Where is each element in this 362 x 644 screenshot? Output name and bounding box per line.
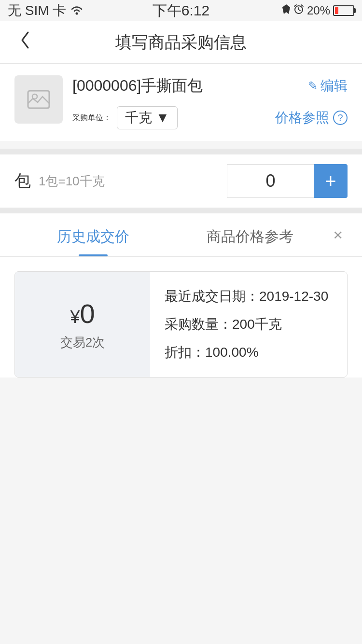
- discount-row: 折扣：100.00%: [165, 342, 333, 363]
- quantity-unit: 包: [14, 170, 31, 192]
- unit-label: 采购单位：: [72, 113, 111, 123]
- wifi-icon: [70, 3, 84, 18]
- price-left-panel: ¥0 交易2次: [15, 272, 150, 377]
- edit-icon: ✎: [308, 79, 318, 93]
- purchase-qty-value: 200千克: [232, 317, 282, 332]
- status-bar: 无 SIM 卡 下午6:12 20%: [0, 0, 362, 21]
- tab-history-price[interactable]: 历史成交价: [14, 213, 171, 256]
- quantity-controls: 0 +: [227, 164, 348, 198]
- trades-count: 交易2次: [60, 334, 105, 351]
- edit-label: 编辑: [320, 77, 348, 95]
- tab-history-label: 历史成交价: [57, 228, 129, 244]
- price-value: 0: [80, 298, 95, 329]
- recent-date-value: 2019-12-30: [259, 289, 328, 304]
- price-display: ¥0: [70, 298, 95, 329]
- price-card: ¥0 交易2次 最近成交日期：2019-12-30 采购数量：200千克 折扣：…: [14, 271, 348, 378]
- quantity-plus-button[interactable]: +: [314, 164, 348, 198]
- back-button[interactable]: [14, 26, 36, 59]
- product-name-row: [0000006]手撕面包 ✎ 编辑: [72, 75, 348, 97]
- unit-row: 采购单位： 千克 ▼ 价格参照 ?: [72, 106, 348, 129]
- price-ref-label: 价格参照: [275, 109, 329, 127]
- alarm-icon: [293, 4, 304, 17]
- product-row: [0000006]手撕面包 ✎ 编辑 采购单位： 千克 ▼ 价格参照: [14, 75, 348, 129]
- price-reference-button[interactable]: 价格参照 ?: [275, 109, 348, 127]
- quantity-label-group: 包 1包=10千克: [14, 170, 105, 192]
- product-section: [0000006]手撕面包 ✎ 编辑 采购单位： 千克 ▼ 价格参照: [0, 64, 362, 141]
- chevron-down-icon: ▼: [156, 110, 169, 126]
- status-right: 20%: [282, 4, 354, 17]
- separator-1: [0, 149, 362, 154]
- tab-close-button[interactable]: ×: [328, 221, 348, 249]
- header: 填写商品采购信息: [0, 21, 362, 64]
- discount-value: 100.00%: [205, 345, 259, 360]
- recent-date-row: 最近成交日期：2019-12-30: [165, 286, 333, 307]
- price-right-panel: 最近成交日期：2019-12-30 采购数量：200千克 折扣：100.00%: [150, 272, 347, 377]
- battery-percent: 20%: [307, 4, 330, 17]
- battery-icon: [333, 5, 354, 16]
- edit-button[interactable]: ✎ 编辑: [308, 77, 348, 95]
- page-title: 填写商品采购信息: [115, 31, 247, 54]
- currency-symbol: ¥: [70, 307, 80, 327]
- separator-2: [0, 208, 362, 213]
- product-info: [0000006]手撕面包 ✎ 编辑 采购单位： 千克 ▼ 价格参照: [72, 75, 348, 129]
- discount-label: 折扣：: [165, 345, 205, 360]
- tabs-section: 历史成交价 商品价格参考 × ¥0 交易2次 最近成交日期：2019-12-30…: [0, 213, 362, 378]
- tab-price-reference[interactable]: 商品价格参考: [171, 213, 328, 256]
- svg-point-0: [76, 13, 78, 15]
- unit-select[interactable]: 千克 ▼: [117, 106, 178, 129]
- product-thumbnail: [14, 75, 63, 124]
- unit-value: 千克: [125, 109, 152, 127]
- location-icon: [282, 4, 291, 17]
- quantity-input[interactable]: 0: [227, 164, 314, 198]
- info-icon: ?: [333, 111, 348, 125]
- quantity-section: 包 1包=10千克 0 +: [0, 154, 362, 208]
- tabs-header: 历史成交价 商品价格参考 ×: [0, 213, 362, 257]
- status-left: 无 SIM 卡: [8, 1, 84, 20]
- quantity-conversion: 1包=10千克: [39, 173, 105, 190]
- tab-reference-label: 商品价格参考: [207, 228, 293, 244]
- product-name: [0000006]手撕面包: [72, 75, 203, 97]
- tab-active-indicator: [79, 254, 108, 256]
- recent-date-label: 最近成交日期：: [165, 289, 259, 304]
- status-time: 下午6:12: [153, 1, 209, 21]
- purchase-qty-label: 采购数量：: [165, 317, 232, 332]
- purchase-qty-row: 采购数量：200千克: [165, 314, 333, 335]
- carrier-text: 无 SIM 卡: [8, 1, 66, 20]
